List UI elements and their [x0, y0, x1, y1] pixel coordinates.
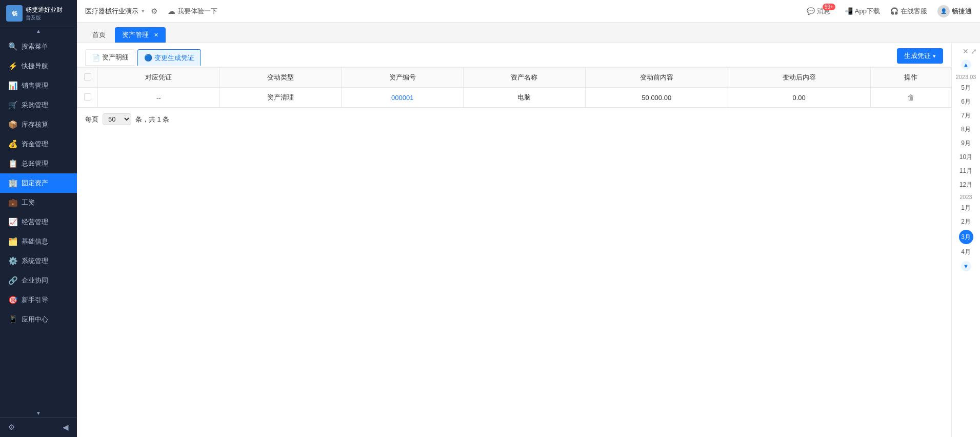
- timeline-month-1[interactable]: 1月: [955, 201, 977, 215]
- timeline-month-10[interactable]: 10月: [955, 150, 977, 164]
- service-action[interactable]: 🎧 在线客服: [890, 7, 927, 16]
- delete-row-icon[interactable]: 🗑: [907, 93, 914, 102]
- select-all-checkbox[interactable]: [84, 73, 91, 81]
- sidebar: 畅 畅捷通好业财 普及版 ▲ 🔍 搜索菜单 ⚡ 快捷导航 📊 销售管理 🛒 采购…: [0, 0, 77, 437]
- sidebar-item-enterprise[interactable]: 🔗 企业协同: [0, 271, 77, 290]
- sidebar-item-system[interactable]: ⚙️ 系统管理: [0, 251, 77, 271]
- user-menu[interactable]: 👤 畅捷通: [937, 5, 972, 17]
- search-icon: 🔍: [8, 42, 17, 51]
- settings-gear-icon[interactable]: ⚙: [151, 7, 157, 16]
- logo-title: 畅捷通好业财: [26, 6, 63, 14]
- timeline-month-9[interactable]: 9月: [955, 136, 977, 150]
- per-page-label: 每页: [85, 115, 98, 124]
- sidebar-item-capital[interactable]: 💰 资金管理: [0, 134, 77, 154]
- col-assetname: 资产名称: [464, 68, 586, 88]
- sidebar-scroll-up[interactable]: ▲: [36, 28, 41, 34]
- pagination-bar: 每页 50 10 20 100 条，共 1 条: [77, 108, 951, 130]
- timeline: ▲ 2023.03 5月 6月 7月 8月 9月 10月 11月 12月 202…: [952, 57, 980, 437]
- sidebar-item-fixedasset[interactable]: 🏢 固定资产: [0, 173, 77, 193]
- sidebar-item-ledger[interactable]: 📋 总账管理: [0, 154, 77, 173]
- guide-icon: 🎯: [8, 295, 17, 305]
- total-label: 条，共 1 条: [135, 115, 169, 124]
- sidebar-label-purchase: 采购管理: [22, 101, 48, 110]
- col-assetno: 资产编号: [342, 68, 464, 88]
- subtab-changerecord[interactable]: 🔵 变更生成凭证: [137, 49, 201, 66]
- row-voucher: --: [98, 88, 220, 108]
- sidebar-item-basic[interactable]: 🗂️ 基础信息: [0, 232, 77, 251]
- sidebar-label-appcenter: 应用中心: [22, 315, 48, 324]
- company-dropdown-icon: ▾: [142, 8, 145, 14]
- row-type: 资产清理: [219, 88, 342, 108]
- timeline-month-6[interactable]: 6月: [955, 95, 977, 109]
- content-area: 📄 资产明细 🔵 变更生成凭证 生成凭证 ▾: [77, 43, 980, 437]
- row-action-cell: 🗑: [870, 88, 951, 108]
- timeline-month-2[interactable]: 2月: [955, 215, 977, 229]
- sidebar-item-appcenter[interactable]: 📱 应用中心: [0, 310, 77, 329]
- logo-text-group: 畅捷通好业财 普及版: [26, 6, 63, 22]
- generate-voucher-button[interactable]: 生成凭证 ▾: [897, 48, 943, 64]
- timeline-month-5[interactable]: 5月: [955, 81, 977, 95]
- tab-asset-label: 资产管理: [122, 31, 149, 38]
- timeline-month-11[interactable]: 11月: [955, 164, 977, 178]
- row-before: 50,000.00: [585, 88, 728, 108]
- message-icon: 💬: [807, 7, 815, 15]
- timeline-year-2023: 2023: [955, 192, 977, 201]
- timeline-month-3-current[interactable]: 3月: [959, 230, 973, 244]
- capital-icon: 💰: [8, 140, 17, 149]
- per-page-select[interactable]: 50 10 20 100: [103, 113, 131, 125]
- message-action[interactable]: 💬 消息 99+: [807, 7, 830, 16]
- enterprise-icon: 🔗: [8, 276, 17, 285]
- sidebar-item-purchase[interactable]: 🛒 采购管理: [0, 95, 77, 115]
- sidebar-item-management[interactable]: 📈 经营管理: [0, 212, 77, 232]
- sidebar-item-search[interactable]: 🔍 搜索菜单: [0, 37, 77, 56]
- sidebar-item-inventory[interactable]: 📦 库存核算: [0, 115, 77, 134]
- panel-close-button[interactable]: ✕: [963, 47, 969, 55]
- subtab-bar: 📄 资产明细 🔵 变更生成凭证 生成凭证 ▾: [77, 43, 951, 67]
- timeline-month-4[interactable]: 4月: [955, 245, 977, 259]
- sidebar-item-salary[interactable]: 💼 工资: [0, 193, 77, 212]
- quicknav-icon: ⚡: [8, 62, 17, 71]
- service-label: 在线客服: [901, 7, 927, 16]
- subtab-changerecord-label: 变更生成凭证: [154, 53, 194, 63]
- col-after: 变动后内容: [728, 68, 870, 88]
- app-download-icon: 📲: [845, 7, 853, 15]
- timeline-down-arrow[interactable]: ▼: [961, 261, 971, 271]
- company-selector[interactable]: 医疗器械行业演示 ▾: [85, 7, 145, 16]
- logo-subtitle: 普及版: [26, 14, 63, 22]
- settings-icon[interactable]: ⚙: [8, 423, 15, 432]
- experience-button[interactable]: ☁ 我要体验一下: [168, 7, 217, 16]
- side-panel: ✕ ⤢ ▲ 2023.03 5月 6月 7月 8月 9月 10月 11月 12月…: [951, 43, 980, 437]
- sidebar-label-search: 搜索菜单: [22, 42, 48, 51]
- timeline-month-7[interactable]: 7月: [955, 109, 977, 123]
- sidebar-label-basic: 基础信息: [22, 237, 48, 246]
- tab-home[interactable]: 首页: [85, 27, 113, 43]
- timeline-up-arrow[interactable]: ▲: [961, 59, 971, 70]
- sidebar-item-quicknav[interactable]: ⚡ 快捷导航: [0, 56, 77, 76]
- timeline-month-8[interactable]: 8月: [955, 123, 977, 136]
- sidebar-label-sales: 销售管理: [22, 81, 48, 90]
- sidebar-label-quicknav: 快捷导航: [22, 62, 48, 71]
- changerecord-icon: 🔵: [144, 54, 152, 62]
- subtab-assetlist[interactable]: 📄 资产明细: [85, 49, 135, 66]
- panel-expand-button[interactable]: ⤢: [971, 47, 977, 55]
- page-content: 📄 资产明细 🔵 变更生成凭证 生成凭证 ▾: [77, 43, 951, 437]
- experience-label: 我要体验一下: [177, 7, 217, 16]
- sidebar-label-system: 系统管理: [22, 256, 48, 266]
- row-checkbox[interactable]: [84, 93, 91, 101]
- sidebar-item-guide[interactable]: 🎯 新手引导: [0, 290, 77, 310]
- salary-icon: 💼: [8, 198, 17, 207]
- sidebar-item-sales[interactable]: 📊 销售管理: [0, 76, 77, 95]
- timeline-month-12[interactable]: 12月: [955, 178, 977, 192]
- app-download-action[interactable]: 📲 App下载: [845, 7, 880, 16]
- timeline-scroll-up: ▲: [955, 57, 977, 72]
- table-header-row: 对应凭证 变动类型 资产编号 资产名称 变动前内容 变动后内容 操作: [77, 68, 951, 88]
- basic-icon: 🗂️: [8, 237, 17, 246]
- collapse-icon[interactable]: ◀: [63, 423, 69, 432]
- topbar: 医疗器械行业演示 ▾ ⚙ ☁ 我要体验一下 💬 消息 99+ 📲 App下载 🎧…: [77, 0, 980, 23]
- row-after: 0.00: [728, 88, 870, 108]
- fixedasset-icon: 🏢: [8, 178, 17, 188]
- sidebar-scroll-down[interactable]: ▼: [36, 410, 41, 416]
- tab-close-icon[interactable]: ✕: [154, 32, 158, 38]
- tab-asset[interactable]: 资产管理 ✕: [115, 27, 166, 43]
- company-name: 医疗器械行业演示: [85, 7, 138, 16]
